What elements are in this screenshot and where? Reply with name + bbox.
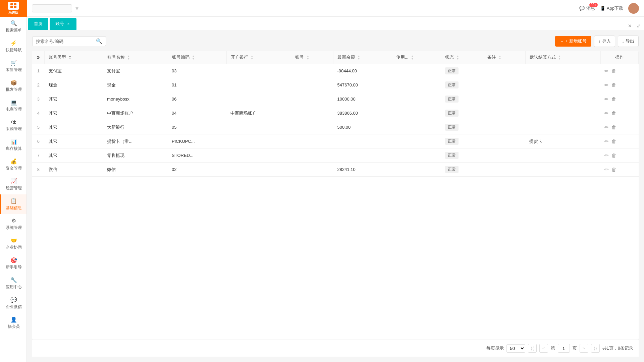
row-account bbox=[291, 106, 333, 120]
add-account-button[interactable]: ＋ + 新增账号 bbox=[555, 36, 591, 47]
row-code: STORED... bbox=[168, 148, 226, 163]
edit-icon[interactable]: ✏ bbox=[604, 110, 609, 116]
delete-icon[interactable]: 🗑 bbox=[611, 167, 616, 172]
sidebar-item-ecommerce[interactable]: 💻 电商管理 bbox=[0, 96, 26, 116]
table-row: 8 微信 微信 02 28241.10 正常 ✏ 🗑 bbox=[32, 163, 639, 177]
delete-icon[interactable]: 🗑 bbox=[611, 153, 616, 158]
operations-icon: 📈 bbox=[10, 178, 17, 184]
row-no: 7 bbox=[32, 148, 45, 163]
sidebar-item-operations[interactable]: 📈 经营管理 bbox=[0, 175, 26, 194]
page-last-button[interactable]: ⟩⟩ bbox=[591, 344, 600, 353]
edit-icon[interactable]: ✏ bbox=[604, 124, 609, 130]
status-badge: 正常 bbox=[445, 166, 459, 173]
col-default-payment[interactable]: 默认结算方式 ▲▼ bbox=[525, 51, 600, 64]
page-number-input[interactable] bbox=[558, 344, 570, 353]
delete-icon[interactable]: 🗑 bbox=[611, 82, 616, 88]
col-status[interactable]: 状态 ▲▼ bbox=[441, 51, 483, 64]
page-size-select[interactable]: 50 100 200 bbox=[506, 344, 525, 353]
delete-icon[interactable]: 🗑 bbox=[611, 124, 616, 130]
sidebar-item-wholesale[interactable]: 📦 批发管理 bbox=[0, 76, 26, 96]
row-status: 正常 bbox=[441, 120, 483, 134]
row-remark bbox=[483, 120, 525, 134]
maximize-icon[interactable]: ⤢ bbox=[635, 22, 643, 30]
sidebar-item-guide[interactable]: 🎯 新手引导 bbox=[0, 254, 26, 274]
row-type: 其它 bbox=[45, 120, 103, 134]
col-bank[interactable]: 开户银行 ▲▼ bbox=[226, 51, 291, 64]
page-next-button[interactable]: ＞ bbox=[580, 344, 588, 353]
row-status: 正常 bbox=[441, 148, 483, 163]
page-suffix: 页 bbox=[573, 345, 577, 351]
col-account-code[interactable]: 账号编码 ▲▼ bbox=[168, 51, 226, 64]
delete-icon[interactable]: 🗑 bbox=[611, 68, 616, 74]
edit-icon[interactable]: ✏ bbox=[604, 82, 609, 88]
row-no: 3 bbox=[32, 92, 45, 106]
import-button[interactable]: ↑ 导入 bbox=[594, 36, 615, 47]
page-prev-button[interactable]: ＜ bbox=[539, 344, 548, 353]
delete-icon[interactable]: 🗑 bbox=[611, 96, 616, 102]
sidebar-item-enterprise[interactable]: 🤝 企业协同 bbox=[0, 234, 26, 254]
sidebar-item-purchase-label: 采购管理 bbox=[6, 126, 22, 132]
import-label: 导入 bbox=[602, 38, 611, 44]
sidebar-item-appstore[interactable]: 🔧 应用中心 bbox=[0, 274, 26, 293]
col-use[interactable]: 使用... ▲▼ bbox=[392, 51, 441, 64]
row-status: 正常 bbox=[441, 64, 483, 78]
sidebar-item-inventory[interactable]: 📊 库存核算 bbox=[0, 135, 26, 155]
search-box[interactable]: 🔍 bbox=[32, 36, 106, 46]
delete-icon[interactable]: 🗑 bbox=[611, 138, 616, 144]
edit-icon[interactable]: ✏ bbox=[604, 167, 609, 173]
col-settings[interactable]: ⚙ bbox=[32, 51, 45, 64]
user-avatar[interactable] bbox=[628, 3, 639, 14]
app-download-button[interactable]: 📱 App下载 bbox=[600, 5, 623, 11]
search-input[interactable] bbox=[36, 39, 96, 44]
sidebar-item-shortcut[interactable]: ⚡ 快捷导航 bbox=[0, 37, 26, 56]
table-row: 6 其它 提货卡（零... PICKUPC... 正常 提货卡 ✏ 🗑 bbox=[32, 134, 639, 148]
row-no: 8 bbox=[32, 163, 45, 177]
col-balance[interactable]: 最新余额 ▲▼ bbox=[333, 51, 392, 64]
status-badge: 正常 bbox=[445, 67, 459, 74]
top-search-dropdown[interactable]: ▾ bbox=[75, 5, 78, 12]
sidebar-item-basic-info[interactable]: 📋 基础信息 bbox=[0, 194, 26, 214]
col-remark[interactable]: 备注 ▲▼ bbox=[483, 51, 525, 64]
row-account bbox=[291, 120, 333, 134]
sidebar-item-purchase[interactable]: 🛍 采购管理 bbox=[0, 116, 26, 135]
top-search-input[interactable] bbox=[35, 6, 65, 11]
tab-account[interactable]: 账号 × bbox=[50, 18, 76, 30]
sidebar-item-members[interactable]: 👤 畅会员 bbox=[0, 313, 26, 333]
delete-icon[interactable]: 🗑 bbox=[611, 110, 616, 116]
row-default-payment bbox=[525, 148, 600, 163]
col-account-type[interactable]: 账号类型 ▲▼ bbox=[45, 51, 103, 64]
close-tab-icon[interactable]: ✕ bbox=[626, 22, 634, 30]
row-balance bbox=[333, 148, 392, 163]
row-account bbox=[291, 92, 333, 106]
sidebar-item-system[interactable]: ⚙ 系统管理 bbox=[0, 214, 26, 234]
search-nav-icon: 🔍 bbox=[10, 20, 17, 26]
shortcut-icon: ⚡ bbox=[10, 40, 17, 46]
row-remark bbox=[483, 78, 525, 92]
sidebar-item-retail[interactable]: 🛒 零售管理 bbox=[0, 56, 26, 76]
row-type: 支付宝 bbox=[45, 64, 103, 78]
sidebar-item-wechat-work[interactable]: 💬 企业微信 bbox=[0, 293, 26, 313]
col-account-no[interactable]: 账号 ▲▼ bbox=[291, 51, 333, 64]
status-badge: 正常 bbox=[445, 152, 459, 159]
sidebar-item-search[interactable]: 🔍 搜索菜单 bbox=[0, 17, 26, 37]
notification-button[interactable]: 💬 消息 99+ bbox=[579, 5, 595, 11]
page-first-button[interactable]: ⟨⟨ bbox=[528, 344, 537, 353]
edit-icon[interactable]: ✏ bbox=[604, 153, 609, 159]
tab-account-close[interactable]: × bbox=[66, 21, 71, 26]
export-button[interactable]: ↓ 导出 bbox=[618, 36, 639, 47]
account-table-container: ⚙ 账号类型 ▲▼ 账号名称 ▲▼ 账号编码 ▲▼ bbox=[32, 51, 639, 340]
row-status: 正常 bbox=[441, 134, 483, 148]
table-row: 5 其它 大新银行 05 500.00 正常 ✏ 🗑 bbox=[32, 120, 639, 134]
sort-icons-code: ▲▼ bbox=[192, 55, 195, 60]
top-search-box[interactable] bbox=[32, 4, 72, 12]
edit-icon[interactable]: ✏ bbox=[604, 138, 609, 144]
sidebar-item-enterprise-label: 企业协同 bbox=[6, 245, 22, 250]
edit-icon[interactable]: ✏ bbox=[604, 68, 609, 74]
row-code: 04 bbox=[168, 106, 226, 120]
col-account-name[interactable]: 账号名称 ▲▼ bbox=[103, 51, 168, 64]
tab-home[interactable]: 首页 bbox=[28, 18, 48, 30]
edit-icon[interactable]: ✏ bbox=[604, 96, 609, 102]
search-icon[interactable]: 🔍 bbox=[96, 38, 102, 44]
sidebar-item-finance[interactable]: 💰 资金管理 bbox=[0, 155, 26, 175]
row-name: moneybosx bbox=[103, 92, 168, 106]
